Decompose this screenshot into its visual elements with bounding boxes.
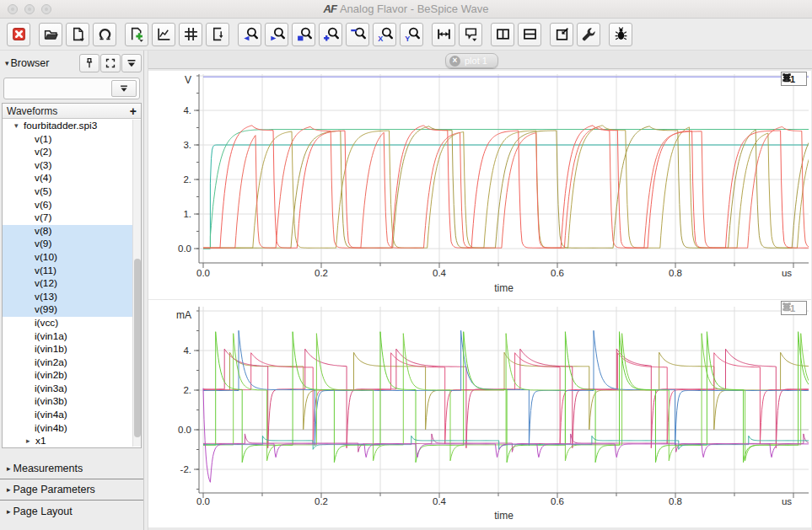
tree-item-i-vin2a[interactable]: i(vin2a) — [3, 356, 132, 370]
tree-item-label: i(vin3b) — [35, 395, 67, 409]
zoom-x-button[interactable]: X — [373, 23, 396, 46]
add-waveform-button[interactable]: + — [130, 105, 137, 117]
x-tick-label: 0.2 — [315, 496, 328, 506]
reload-button[interactable] — [93, 23, 116, 46]
tree-item-label: v(4) — [35, 172, 51, 185]
tree-item-i-vin3b[interactable]: i(vin3b) — [3, 395, 132, 409]
zoom-previous-button[interactable] — [238, 23, 261, 46]
tree-item-i-vin4a[interactable]: i(vin4a) — [3, 409, 132, 422]
x-tick-label: 0.8 — [669, 268, 682, 278]
y-axis-unit-label: mA — [176, 309, 191, 321]
tree-item-v-5[interactable]: v(5) — [3, 185, 132, 199]
tree-item-i-vin4b[interactable]: i(vin4b) — [3, 422, 132, 436]
tree-item-v-8[interactable]: v(8) — [3, 225, 132, 238]
tree-item-label: v(6) — [35, 199, 51, 212]
filter-dropdown-button[interactable] — [111, 80, 137, 97]
section-page-parameters[interactable]: ▸Page Parameters — [0, 479, 143, 501]
toolbar-group — [39, 23, 116, 46]
pin-button[interactable] — [79, 54, 99, 72]
sidebar: ▾ Browser Waveforms + ▾fourbitadder.spi3… — [0, 51, 143, 530]
settings-wrench-icon — [581, 26, 597, 42]
y-tick-label: 4. — [183, 345, 191, 356]
exit-button[interactable] — [7, 23, 30, 46]
tree-item-v-6[interactable]: v(6) — [3, 199, 132, 212]
tree-item-i-vcc[interactable]: i(vcc) — [3, 317, 132, 330]
split-vertical-button[interactable] — [491, 23, 514, 46]
tree-item-i-vin1a[interactable]: i(vin1a) — [3, 330, 132, 344]
cursor-label-button[interactable] — [459, 23, 482, 46]
x-axis-unit-label: us — [782, 496, 792, 506]
gridlines — [199, 74, 809, 263]
new-document-button[interactable] — [66, 23, 89, 46]
debug-bug-button[interactable] — [609, 23, 632, 46]
maximize-icon — [104, 56, 117, 70]
tree-item-x1[interactable]: ▸x1 — [3, 435, 132, 448]
plot1-canvas[interactable]: 4.3.2.1.0.00.00.20.40.60.8usVtime — [148, 71, 811, 299]
collapse-panel-button[interactable] — [121, 54, 142, 72]
detach-window-button[interactable] — [550, 23, 573, 46]
fit-horizontal-icon — [436, 26, 452, 42]
y-tick-label: 1. — [183, 209, 191, 219]
new-plot-button[interactable] — [152, 23, 175, 46]
zoom-next-button[interactable] — [265, 23, 288, 46]
trace-v-8 — [203, 126, 811, 248]
waveform-list: Waveforms + ▾fourbitadder.spi3v(1)v(2)v(… — [2, 103, 142, 448]
tab-close-icon[interactable]: × — [449, 56, 460, 67]
tree-item-v-7[interactable]: v(7) — [3, 211, 132, 225]
waveforms-header-label: Waveforms — [7, 105, 57, 117]
x-tick-label: 0.0 — [196, 496, 210, 506]
tree-item-label: v(11) — [35, 265, 56, 278]
app-logo: AF — [324, 3, 336, 15]
tree-item-i-vin1b[interactable]: i(vin1b) — [3, 343, 132, 356]
section-measurements[interactable]: ▸Measurements — [0, 458, 143, 479]
zoom-region-icon — [296, 26, 312, 42]
import-waveforms-button[interactable] — [125, 23, 148, 46]
maximize-panel-button[interactable] — [100, 54, 121, 72]
tree-item-fourbitadder-spi3[interactable]: ▾fourbitadder.spi3 — [3, 120, 132, 133]
waveform-list-scrollbar[interactable] — [132, 120, 141, 447]
tree-item-v-2[interactable]: v(2) — [3, 146, 132, 159]
tree-item-v-12[interactable]: v(12) — [3, 277, 132, 291]
settings-wrench-button[interactable] — [577, 23, 600, 46]
open-folder-button[interactable] — [39, 23, 62, 46]
tree-item-i-vin3a[interactable]: i(vin3a) — [3, 383, 132, 396]
tree-item-i-vin2b[interactable]: i(vin2b) — [3, 369, 132, 383]
tree-item-v-1[interactable]: v(1) — [3, 133, 132, 147]
window-title-text: Analog Flavor - BeSpice Wave — [340, 3, 489, 15]
tree-item-v-11[interactable]: v(11) — [3, 265, 132, 278]
split-vertical-icon — [495, 26, 511, 42]
tree-item-v-13[interactable]: v(13) — [3, 291, 132, 304]
tree-item-v-9[interactable]: v(9) — [3, 238, 132, 251]
export-document-button[interactable] — [206, 23, 229, 46]
waveform-filter-box[interactable] — [3, 78, 140, 99]
browser-collapse-icon[interactable]: ▾ — [5, 59, 9, 67]
section-label: Page Parameters — [13, 484, 95, 495]
pin-icon — [83, 56, 96, 70]
section-page-layout[interactable]: ▸Page Layout — [0, 501, 143, 522]
x-tick-label: 0.6 — [551, 268, 564, 278]
scrollbar-thumb[interactable] — [134, 259, 141, 437]
zoom-y-icon: Y — [404, 26, 420, 42]
trace-v-10 — [203, 126, 811, 248]
tree-item-v-10[interactable]: v(10) — [3, 251, 132, 265]
plot-area: × plot 1 4.3.2.1.0.00.00.20.40.60.8usVti… — [148, 51, 812, 530]
fit-horizontal-button[interactable] — [432, 23, 455, 46]
zoom-in-button[interactable] — [319, 23, 342, 46]
zoom-y-button[interactable]: Y — [400, 23, 423, 46]
expander-down-icon[interactable]: ▾ — [14, 120, 24, 133]
expander-right-icon[interactable]: ▸ — [26, 435, 35, 448]
tab-plot-1[interactable]: × plot 1 — [445, 53, 498, 68]
tree-item-v-4[interactable]: v(4) — [3, 172, 132, 185]
tree-item-v-99[interactable]: v(99) — [3, 303, 132, 317]
split-horizontal-button[interactable] — [518, 23, 541, 46]
tree-item-label: v(12) — [35, 277, 57, 291]
time-axis-label: time — [494, 510, 514, 522]
tree-item-label: v(5) — [35, 185, 51, 199]
plot2-canvas[interactable]: 4.2.0.0-2.0.00.20.40.60.8usmAtime — [148, 300, 811, 527]
zoom-region-button[interactable] — [292, 23, 315, 46]
tab-bar: × plot 1 — [148, 51, 812, 69]
tree-item-label: i(vin4b) — [35, 422, 67, 436]
grid-button[interactable] — [179, 23, 202, 46]
tree-item-v-3[interactable]: v(3) — [3, 159, 132, 173]
zoom-out-button[interactable] — [346, 23, 369, 46]
